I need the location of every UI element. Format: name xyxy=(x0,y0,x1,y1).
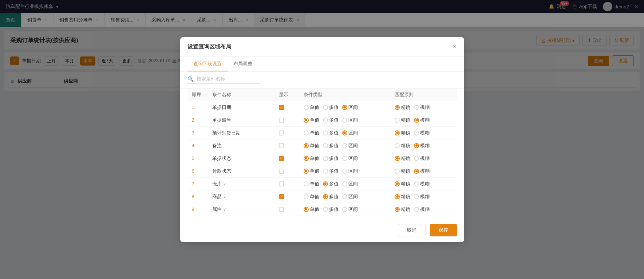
type-option-单值[interactable]: 单值 xyxy=(304,181,319,187)
match-option-模糊[interactable]: 模糊 xyxy=(414,104,430,111)
type-option-区间[interactable]: 区间 xyxy=(342,181,358,187)
type-radio-group: 单值多值区间 xyxy=(304,117,386,123)
cell-name: 预计到货日期 xyxy=(208,126,274,139)
type-option-区间[interactable]: 区间 xyxy=(342,193,358,200)
radio-circle xyxy=(342,118,347,123)
cell-name: 属性 ∨ xyxy=(208,203,274,216)
cell-name: 商品 ∨ xyxy=(208,190,274,203)
dialog-header: 设置查询区域布局 × xyxy=(180,37,464,57)
type-option-多值[interactable]: 多值 xyxy=(323,193,339,200)
dialog-close-button[interactable]: × xyxy=(453,43,457,51)
type-option-多值[interactable]: 多值 xyxy=(323,168,339,174)
match-option-精确[interactable]: 精确 xyxy=(395,117,410,123)
radio-label: 区间 xyxy=(348,117,358,123)
match-radio-group: 精确模糊 xyxy=(395,206,452,213)
show-checkbox[interactable] xyxy=(279,143,284,148)
type-option-单值[interactable]: 单值 xyxy=(304,130,319,136)
type-option-单值[interactable]: 单值 xyxy=(304,155,319,162)
match-option-模糊[interactable]: 模糊 xyxy=(414,117,430,123)
type-option-区间[interactable]: 区间 xyxy=(342,117,358,123)
cancel-button[interactable]: 取消 xyxy=(398,224,426,236)
show-checkbox[interactable] xyxy=(279,169,284,174)
match-option-模糊[interactable]: 模糊 xyxy=(414,193,430,200)
cell-type: 单值多值区间 xyxy=(299,126,390,139)
show-checkbox[interactable] xyxy=(279,130,284,135)
cell-match: 精确模糊 xyxy=(390,101,457,114)
cell-name: 单据日期 xyxy=(208,101,274,114)
radio-label: 精确 xyxy=(401,206,410,213)
search-box: 🔍 xyxy=(187,76,260,84)
radio-circle xyxy=(323,105,328,110)
match-option-模糊[interactable]: 模糊 xyxy=(414,168,430,174)
match-option-精确[interactable]: 精确 xyxy=(395,181,410,187)
match-option-模糊[interactable]: 模糊 xyxy=(414,206,430,213)
match-option-精确[interactable]: 精确 xyxy=(395,206,410,213)
cell-match: 精确模糊 xyxy=(390,203,457,216)
radio-label: 模糊 xyxy=(420,104,430,111)
radio-circle xyxy=(414,207,419,212)
show-checkbox[interactable] xyxy=(279,207,284,212)
search-area: 🔍 xyxy=(180,72,464,89)
order-number: 1 xyxy=(192,105,194,110)
cell-type: 单值多值区间 xyxy=(299,152,390,165)
radio-label: 模糊 xyxy=(420,206,430,213)
show-checkbox[interactable] xyxy=(279,118,284,123)
cell-show: ✓ xyxy=(274,152,299,165)
save-button[interactable]: 保存 xyxy=(430,224,457,236)
type-option-多值[interactable]: 多值 xyxy=(323,142,339,149)
type-option-单值[interactable]: 单值 xyxy=(304,206,319,213)
radio-label: 精确 xyxy=(401,168,410,174)
match-option-模糊[interactable]: 模糊 xyxy=(414,130,430,136)
dialog-tabs: 查询字段设置 布局调整 xyxy=(180,57,464,72)
match-option-精确[interactable]: 精确 xyxy=(395,155,410,162)
match-option-模糊[interactable]: 模糊 xyxy=(414,181,430,187)
type-option-多值[interactable]: 多值 xyxy=(323,104,339,111)
type-option-多值[interactable]: 多值 xyxy=(323,206,339,213)
table-header-row: 顺序 条件名称 显示 条件类型 匹配原则 xyxy=(187,89,457,101)
match-radio-group: 精确模糊 xyxy=(395,117,452,123)
match-option-精确[interactable]: 精确 xyxy=(395,193,410,200)
show-checkbox[interactable] xyxy=(279,181,284,186)
type-option-单值[interactable]: 单值 xyxy=(304,117,319,123)
show-checkbox[interactable]: ✓ xyxy=(279,194,284,199)
match-option-模糊[interactable]: 模糊 xyxy=(414,142,430,149)
conditions-table-body: 1单据日期✓单值多值区间精确模糊2单据编号单值多值区间精确模糊3预计到货日期单值… xyxy=(187,101,457,218)
type-option-单值[interactable]: 单值 xyxy=(304,104,319,111)
search-input[interactable] xyxy=(197,76,255,82)
radio-circle xyxy=(323,207,328,212)
type-option-区间[interactable]: 区间 xyxy=(342,142,358,149)
radio-label: 精确 xyxy=(401,130,410,136)
radio-label: 精确 xyxy=(401,193,410,200)
show-checkbox[interactable]: ✓ xyxy=(279,156,284,161)
cell-show xyxy=(274,203,299,216)
type-option-多值[interactable]: 多值 xyxy=(323,181,339,187)
type-option-区间[interactable]: 区间 xyxy=(342,206,358,213)
th-match: 匹配原则 xyxy=(390,89,457,101)
match-option-模糊[interactable]: 模糊 xyxy=(414,155,430,162)
order-number: 3 xyxy=(192,130,194,135)
show-checkbox[interactable]: ✓ xyxy=(279,105,284,110)
match-option-精确[interactable]: 精确 xyxy=(395,104,410,111)
radio-label: 精确 xyxy=(401,155,410,162)
match-option-精确[interactable]: 精确 xyxy=(395,168,410,174)
cell-match: 精确模糊 xyxy=(390,152,457,165)
type-option-多值[interactable]: 多值 xyxy=(323,117,339,123)
cell-match: 精确模糊 xyxy=(390,126,457,139)
type-option-单值[interactable]: 单值 xyxy=(304,193,319,200)
type-option-单值[interactable]: 单值 xyxy=(304,142,319,149)
cell-type: 单值多值区间 xyxy=(299,165,390,177)
dialog-tab-query-fields[interactable]: 查询字段设置 xyxy=(187,57,228,71)
type-option-多值[interactable]: 多值 xyxy=(323,155,339,162)
cell-type: 单值多值区间 xyxy=(299,203,390,216)
type-option-单值[interactable]: 单值 xyxy=(304,168,319,174)
match-option-精确[interactable]: 精确 xyxy=(395,130,410,136)
type-option-区间[interactable]: 区间 xyxy=(342,155,358,162)
type-option-区间[interactable]: 区间 xyxy=(342,130,358,136)
radio-circle xyxy=(342,181,347,186)
type-option-区间[interactable]: 区间 xyxy=(342,104,358,111)
type-option-多值[interactable]: 多值 xyxy=(323,130,339,136)
match-option-精确[interactable]: 精确 xyxy=(395,142,410,149)
dialog-overlay[interactable]: 设置查询区域布局 × 查询字段设置 布局调整 🔍 顺序 条件名称 显示 xyxy=(0,0,644,279)
type-option-区间[interactable]: 区间 xyxy=(342,168,358,174)
dialog-tab-layout[interactable]: 布局调整 xyxy=(228,57,258,71)
